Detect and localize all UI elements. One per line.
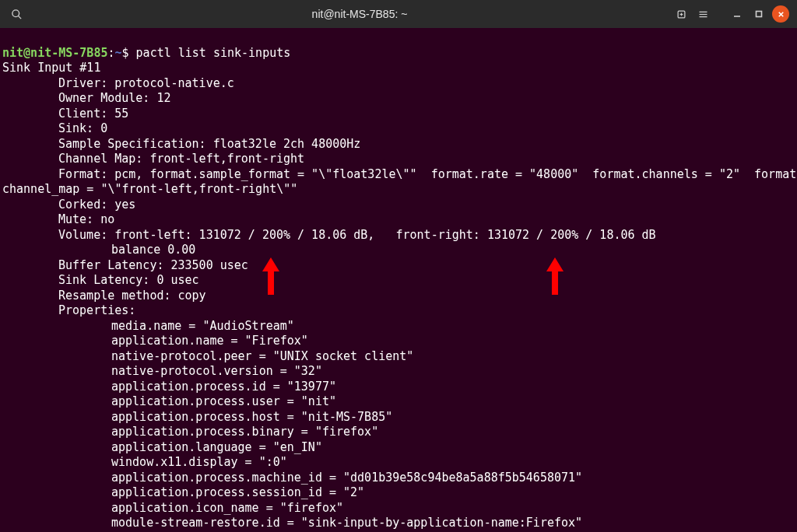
terminal-output[interactable]: nit@nit-MS-7B85:~$ pactl list sink-input…: [0, 28, 797, 532]
balance-line: balance 0.00: [2, 243, 795, 258]
svg-point-0: [12, 9, 19, 16]
prop-x11-display: window.x11.display = ":0": [2, 455, 795, 471]
sink-latency-line: Sink Latency: 0 usec: [2, 273, 795, 289]
prop-process-id: application.process.id = "13977": [2, 380, 795, 395]
prop-media-name: media.name = "AudioStream": [2, 319, 795, 334]
svg-marker-12: [262, 257, 279, 295]
search-icon[interactable]: [8, 5, 25, 23]
sink-line: Sink: 0: [2, 121, 795, 137]
prompt-symbol: $: [122, 46, 136, 60]
command-text: pactl list sink-inputs: [136, 46, 291, 60]
corked-line: Corked: yes: [2, 198, 795, 213]
driver-line: Driver: protocol-native.c: [2, 76, 795, 92]
titlebar: nit@nit-MS-7B85: ~: [0, 0, 797, 28]
svg-marker-13: [546, 257, 564, 295]
prompt-user: nit@nit-MS-7B85: [2, 46, 107, 60]
resample-line: Resample method: copy: [2, 289, 795, 304]
prop-native-protocol-peer: native-protocol.peer = "UNIX socket clie…: [2, 349, 795, 365]
maximize-button[interactable]: [750, 5, 767, 23]
client-line: Client: 55: [2, 107, 795, 122]
prop-process-binary: application.process.binary = "firefox": [2, 425, 795, 440]
prop-icon-name: application.icon_name = "firefox": [2, 501, 795, 516]
channel-map-line: Channel Map: front-left,front-right: [2, 152, 795, 167]
sample-spec-line: Sample Specification: float32le 2ch 4800…: [2, 137, 795, 152]
format-line-2: channel_map = "\"front-left,front-right\…: [2, 182, 795, 198]
prompt-path: ~: [115, 46, 122, 60]
window-title: nit@nit-MS-7B85: ~: [70, 8, 649, 20]
svg-line-1: [18, 16, 21, 19]
properties-label: Properties:: [2, 303, 795, 319]
prop-machine-id: application.process.machine_id = "dd01b3…: [2, 471, 795, 486]
prop-stream-restore-id: module-stream-restore.id = "sink-input-b…: [2, 516, 795, 531]
prop-native-protocol-version: native-protocol.version = "32": [2, 364, 795, 380]
new-tab-icon[interactable]: [672, 5, 690, 23]
annotation-arrow-left: [261, 227, 289, 325]
prop-process-host: application.process.host = "nit-MS-7B85": [2, 410, 795, 425]
prompt-sep: :: [107, 46, 114, 60]
buffer-latency-line: Buffer Latency: 233500 usec: [2, 258, 795, 274]
close-button[interactable]: [772, 5, 789, 23]
mute-line: Mute: no: [2, 212, 795, 228]
annotation-arrow-right: [545, 227, 573, 325]
prompt-line-1: nit@nit-MS-7B85:~$ pactl list sink-input…: [2, 46, 290, 60]
svg-rect-9: [757, 12, 762, 17]
owner-module-line: Owner Module: 12: [2, 91, 795, 107]
prop-language: application.language = "en_IN": [2, 440, 795, 456]
prop-process-user: application.process.user = "nit": [2, 394, 795, 410]
prop-session-id: application.process.session_id = "2": [2, 485, 795, 501]
minimize-button[interactable]: [729, 5, 746, 23]
sink-input-header: Sink Input #11: [2, 61, 100, 75]
volume-line: Volume: front-left: 131072 / 200% / 18.0…: [2, 228, 795, 243]
menu-icon[interactable]: [694, 5, 711, 23]
prop-application-name: application.name = "Firefox": [2, 334, 795, 349]
format-line-1: Format: pcm, format.sample_format = "\"f…: [2, 167, 795, 183]
